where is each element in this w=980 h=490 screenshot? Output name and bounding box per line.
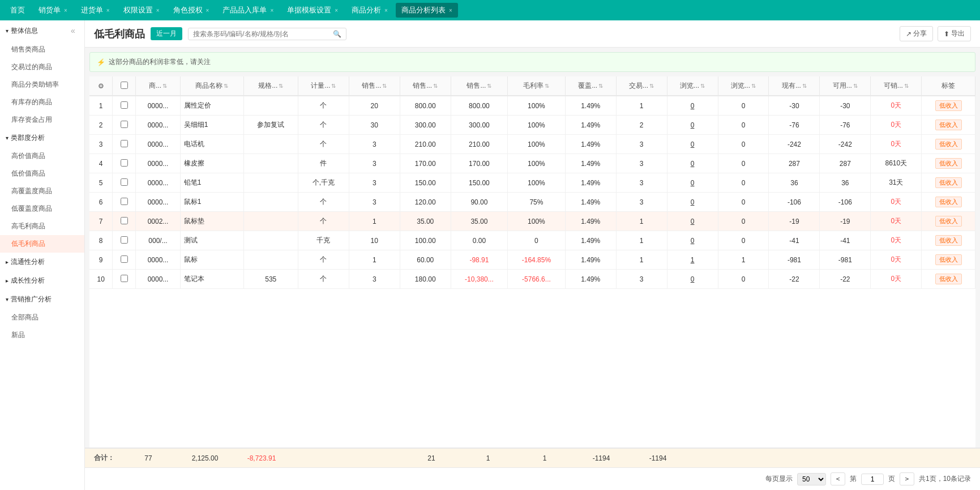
col-current-stock[interactable]: 现有...⇅	[769, 76, 820, 96]
page-input[interactable]	[861, 474, 884, 485]
row-checkbox[interactable]	[121, 198, 128, 205]
cell-name[interactable]: 铅笔1	[180, 173, 243, 193]
row-checkbox[interactable]	[121, 121, 128, 128]
cell-checkbox[interactable]	[113, 212, 136, 231]
col-unit[interactable]: 计量...⇅	[298, 76, 349, 96]
nav-product-inbound[interactable]: 产品品入库单 ×	[217, 3, 279, 18]
nav-sales-order[interactable]: 销货单 ×	[33, 3, 73, 18]
row-checkbox[interactable]	[121, 101, 128, 109]
col-available[interactable]: 可用...⇅	[820, 76, 871, 96]
close-icon[interactable]: ×	[335, 7, 338, 14]
sidebar-group-overall[interactable]: ▾ 整体信息 «	[0, 20, 84, 41]
cell-name[interactable]: 橡皮擦	[180, 154, 243, 173]
cell-name[interactable]: 鼠标垫	[180, 212, 243, 231]
cell-browse1[interactable]: 0	[667, 154, 718, 173]
nav-permissions[interactable]: 权限设置 ×	[118, 3, 165, 18]
search-box[interactable]: 🔍	[188, 28, 346, 40]
close-icon[interactable]: ×	[384, 7, 388, 14]
share-button[interactable]: ↗ 分享	[900, 26, 933, 41]
cell-checkbox[interactable]	[113, 250, 136, 270]
cell-name[interactable]: 笔记本	[180, 270, 243, 289]
sidebar-item-high-value[interactable]: 高价值商品	[0, 147, 84, 165]
sidebar-item-low-gross[interactable]: 低毛利商品	[0, 235, 84, 253]
nav-product-analysis[interactable]: 商品分析 ×	[346, 3, 393, 18]
cell-checkbox[interactable]	[113, 135, 136, 154]
cell-browse1[interactable]: 0	[667, 212, 718, 231]
cell-browse1[interactable]: 0	[667, 135, 718, 154]
sidebar-item-stock-capital[interactable]: 库存资金占用	[0, 111, 84, 129]
col-saleable[interactable]: 可销...⇅	[871, 76, 922, 96]
row-checkbox[interactable]	[121, 217, 128, 224]
cell-checkbox[interactable]	[113, 270, 136, 289]
cell-name[interactable]: 鼠标	[180, 250, 243, 270]
next-page-button[interactable]: ＞	[900, 472, 914, 485]
cell-checkbox[interactable]	[113, 173, 136, 193]
sidebar-group-growth[interactable]: ▸ 成长性分析	[0, 271, 84, 290]
close-icon[interactable]: ×	[106, 7, 110, 14]
sidebar-group-cluster[interactable]: ▾ 类郡度分析	[0, 129, 84, 147]
page-size-select[interactable]: 50 20 100	[797, 473, 826, 485]
cell-browse1[interactable]: 0	[667, 116, 718, 135]
sidebar-item-all-products[interactable]: 全部商品	[0, 309, 84, 326]
export-button[interactable]: ⬆ 导出	[938, 26, 971, 41]
nav-purchase-order[interactable]: 进货单 ×	[75, 3, 115, 18]
row-checkbox[interactable]	[121, 236, 128, 244]
col-spec[interactable]: 规格...⇅	[243, 76, 298, 96]
close-icon[interactable]: ×	[64, 7, 67, 14]
sidebar-item-in-stock[interactable]: 有库存的商品	[0, 93, 84, 111]
cell-browse1[interactable]: 0	[667, 173, 718, 193]
cell-browse1[interactable]: 0	[667, 231, 718, 250]
cell-browse1[interactable]: 0	[667, 96, 718, 116]
col-sales-qty[interactable]: 销售...⇅	[349, 76, 400, 96]
cell-name[interactable]: 电话机	[180, 135, 243, 154]
sidebar-item-low-value[interactable]: 低价值商品	[0, 165, 84, 182]
cell-browse1[interactable]: 0	[667, 270, 718, 289]
filter-button[interactable]: 近一月	[151, 27, 182, 40]
select-all-checkbox[interactable]	[121, 82, 128, 89]
col-browse2[interactable]: 浏览...⇅	[718, 76, 769, 96]
cell-name[interactable]: 鼠标1	[180, 193, 243, 212]
close-icon[interactable]: ×	[156, 7, 160, 14]
prev-page-button[interactable]: ＜	[831, 472, 845, 485]
nav-product-analysis-list[interactable]: 商品分析列表 ×	[396, 3, 458, 18]
col-trade[interactable]: 交易...⇅	[616, 76, 667, 96]
cell-name[interactable]: 吴细细1	[180, 116, 243, 135]
sidebar-item-sales-products[interactable]: 销售类商品	[0, 41, 84, 58]
nav-home[interactable]: 首页	[5, 3, 31, 18]
collapse-icon[interactable]: «	[67, 25, 79, 36]
cell-checkbox[interactable]	[113, 116, 136, 135]
nav-template-settings[interactable]: 单据模板设置 ×	[281, 3, 344, 18]
col-code[interactable]: 商...⇅	[136, 76, 180, 96]
cell-name[interactable]: 属性定价	[180, 96, 243, 116]
sidebar-group-marketing[interactable]: ▾ 营销推广分析	[0, 290, 84, 309]
row-checkbox[interactable]	[121, 255, 128, 263]
col-sales-price[interactable]: 销售...⇅	[400, 76, 451, 96]
nav-role-auth[interactable]: 角色授权 ×	[168, 3, 215, 18]
cell-checkbox[interactable]	[113, 96, 136, 116]
sidebar-item-low-coverage[interactable]: 低覆盖度商品	[0, 200, 84, 218]
cell-browse1[interactable]: 1	[667, 250, 718, 270]
col-settings[interactable]: ⚙	[89, 76, 113, 96]
sidebar-item-traded-products[interactable]: 交易过的商品	[0, 58, 84, 76]
col-browse1[interactable]: 浏览...⇅	[667, 76, 718, 96]
cell-checkbox[interactable]	[113, 193, 136, 212]
cell-name[interactable]: 测试	[180, 231, 243, 250]
col-name[interactable]: 商品名称⇅	[180, 76, 243, 96]
row-checkbox[interactable]	[121, 275, 128, 282]
cell-browse1[interactable]: 0	[667, 193, 718, 212]
close-icon[interactable]: ×	[206, 7, 209, 14]
search-icon[interactable]: 🔍	[333, 30, 341, 38]
search-input[interactable]	[193, 30, 333, 38]
sidebar-item-high-gross[interactable]: 高毛利商品	[0, 218, 84, 235]
row-checkbox[interactable]	[121, 159, 128, 167]
row-checkbox[interactable]	[121, 178, 128, 186]
col-cover-rate[interactable]: 覆盖...⇅	[565, 76, 616, 96]
col-sales-amount[interactable]: 销售...⇅	[451, 76, 507, 96]
col-tag[interactable]: 标签	[922, 76, 975, 96]
sidebar-item-category-assist-rate[interactable]: 商品分类助销率	[0, 76, 84, 93]
sidebar-item-new-products[interactable]: 新品	[0, 326, 84, 344]
row-checkbox[interactable]	[121, 140, 128, 147]
sidebar-item-high-coverage[interactable]: 高覆盖度商品	[0, 182, 84, 200]
cell-checkbox[interactable]	[113, 231, 136, 250]
cell-checkbox[interactable]	[113, 154, 136, 173]
